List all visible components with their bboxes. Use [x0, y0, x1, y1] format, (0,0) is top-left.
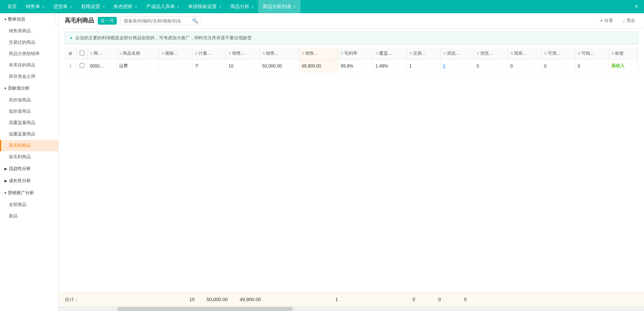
sidebar-item-low-value[interactable]: 低价值商品 — [0, 106, 58, 117]
row-saleable-stock: 0 — [575, 60, 609, 72]
nav-role-close[interactable]: × — [135, 4, 137, 9]
col-checkbox[interactable] — [76, 47, 87, 60]
footer-browse2 — [366, 295, 392, 304]
settings-icon: ⚙ — [68, 51, 72, 56]
top-navigation: 首页 销售单 × 进货单 × 权限设置 × 角色授权 × 产成品入库单 × 单据… — [0, 0, 644, 13]
search-icon[interactable]: 🔍 — [192, 18, 198, 23]
sidebar-item-all-products[interactable]: 全部商品 — [0, 199, 58, 210]
row-name: 运费 — [117, 60, 159, 72]
search-input[interactable] — [124, 18, 192, 23]
sidebar-item-sales-products[interactable]: 销售类商品 — [0, 25, 58, 37]
row-transaction: 1 — [407, 60, 440, 72]
nav-purchase-close[interactable]: × — [70, 4, 72, 9]
content-header: 高毛利商品 近一月 🔍 ↗ 分享 ↓ 导出 — [59, 13, 644, 29]
sidebar-item-in-stock[interactable]: 有库存的商品 — [0, 59, 58, 71]
row-num: 1 — [65, 60, 76, 72]
scrollbar-thumb[interactable] — [117, 307, 293, 311]
nav-sales-close[interactable]: × — [42, 4, 44, 9]
row-browse1[interactable]: 0 — [440, 60, 474, 72]
sidebar-item-category-rate[interactable]: 商品分类助销率 — [0, 48, 58, 59]
footer-browse1 — [340, 295, 366, 304]
nav-home[interactable]: 首页 — [3, 0, 21, 13]
sidebar-item-traded-products[interactable]: 交易过的商品 — [0, 37, 58, 48]
sidebar-item-low-margin[interactable]: 低毛利商品 — [0, 151, 58, 163]
sidebar-item-high-value[interactable]: 高价值商品 — [0, 94, 58, 106]
sidebar-section-growth[interactable]: ▶ 成长性分析 — [0, 175, 58, 187]
section-arrow-growth: ▶ — [4, 179, 7, 183]
sidebar-item-new-products[interactable]: 新品 — [0, 210, 58, 222]
row-gross-margin: 99.8% — [338, 60, 373, 72]
footer-coverage — [289, 295, 314, 304]
col-coverage: ⇅覆盖... — [373, 47, 407, 60]
col-settings[interactable]: ⚙ — [65, 47, 76, 60]
nav-template-close[interactable]: × — [219, 4, 221, 9]
sidebar-section-marketing[interactable]: ▾ 营销推广分析 — [0, 187, 58, 199]
sidebar-section-overall[interactable]: ▾ 整体信息 — [0, 13, 58, 25]
share-button[interactable]: ↗ 分享 — [596, 16, 616, 25]
row-tag: 高收入 — [609, 60, 638, 72]
row-sales-profit: 49,900.00 — [299, 60, 338, 72]
search-box[interactable]: 🔍 — [120, 17, 201, 25]
nav-product-in-close[interactable]: × — [177, 4, 179, 9]
content-area: 高毛利商品 近一月 🔍 ↗ 分享 ↓ 导出 ✦ 企业的主要的利润都是这部分商品创… — [59, 13, 644, 311]
section-arrow-marketing: ▾ — [4, 191, 6, 195]
footer-available-stock: 0 — [417, 295, 443, 304]
col-saleable-stock: ⇅可销... — [575, 47, 609, 60]
nav-product-in[interactable]: 产成品入库单 × — [142, 0, 184, 13]
footer-sales-qty: 10 — [175, 295, 197, 304]
nav-purchase[interactable]: 进货单 × — [49, 0, 76, 13]
sidebar-item-high-coverage[interactable]: 高覆盖量商品 — [0, 117, 58, 129]
row-code: 0000... — [87, 60, 117, 72]
col-spec: ⇅规格... — [159, 47, 193, 60]
col-gross-margin: ⇅毛利率 — [338, 47, 373, 60]
select-all-checkbox[interactable] — [80, 51, 84, 55]
col-sales-profit: ⇅销售... — [299, 47, 338, 60]
nav-permission-close[interactable]: × — [102, 4, 105, 9]
footer-sales-amount: 50,000.00 — [197, 295, 230, 304]
footer-sales-profit: 49,900.00 — [230, 295, 263, 304]
col-current-stock: ⇅现有... — [508, 47, 542, 60]
main-layout: 《 ▾ 整体信息 销售类商品 交易过的商品 商品分类助销率 有库存的商品 库存资… — [0, 13, 644, 311]
nav-product-analysis[interactable]: 商品分析 × — [226, 0, 258, 13]
row-browse2: 0 — [474, 60, 508, 72]
col-tag: ⇅标签 — [609, 47, 638, 60]
col-browse2: ⇅浏览... — [474, 47, 508, 60]
nav-close-all[interactable]: × — [632, 3, 641, 10]
nav-product-analysis-close[interactable]: × — [252, 4, 254, 9]
nav-product-analysis-list[interactable]: 商品分析列表 × — [258, 0, 300, 13]
time-filter-badge[interactable]: 近一月 — [98, 17, 117, 25]
col-name: ⇅商品名称 — [117, 47, 159, 60]
share-icon: ↗ — [599, 18, 603, 23]
row-checkbox-cell[interactable] — [76, 60, 87, 72]
nav-product-analysis-list-close[interactable]: × — [294, 4, 296, 9]
section-arrow-overall: ▾ — [4, 17, 6, 21]
col-code: ⇅商... — [87, 47, 117, 60]
footer-current-stock: 0 — [392, 295, 417, 304]
row-sales-qty: 10 — [226, 60, 260, 72]
sidebar-item-low-coverage[interactable]: 低覆盖量商品 — [0, 129, 58, 140]
table-row: 1 0000... 运费 个 10 50,000.00 49,900.00 99… — [65, 60, 638, 72]
table-container[interactable]: ⚙ ⇅商... ⇅商品名称 ⇅规格... ⇅计量... ⇅销售... ⇅销售..… — [59, 47, 644, 292]
horizontal-scrollbar[interactable] — [59, 307, 644, 311]
footer-gross-margin — [263, 295, 289, 304]
nav-permission[interactable]: 权限设置 × — [77, 0, 109, 13]
info-bar: ✦ 企业的主要的利润都是这部分商品创造的，可考虑加大推广，同时关注库存是不要出现… — [65, 32, 638, 44]
row-unit: 个 — [193, 60, 226, 72]
sidebar-section-contribution[interactable]: ▾ 贡献值分析 — [0, 82, 58, 94]
export-icon: ↓ — [623, 18, 625, 23]
row-spec — [159, 60, 193, 72]
row-checkbox[interactable] — [80, 63, 84, 68]
section-arrow-trend: ▶ — [4, 167, 7, 171]
nav-sales[interactable]: 销售单 × — [21, 0, 49, 13]
sidebar-item-stock-capital[interactable]: 库存资金占用 — [0, 71, 58, 82]
footer-total-bar: 合计： 10 50,000.00 49,900.00 1 0 0 0 — [59, 292, 644, 307]
sidebar-item-high-margin[interactable]: 高毛利商品 — [0, 140, 58, 151]
row-coverage: 1.49% — [373, 60, 407, 72]
sidebar-section-trend[interactable]: ▶ 流趋性分析 — [0, 163, 58, 175]
export-button[interactable]: ↓ 导出 — [620, 16, 638, 25]
nav-template[interactable]: 单据模板设置 × — [184, 0, 226, 13]
footer-saleable-stock: 0 — [443, 295, 469, 304]
nav-role[interactable]: 角色授权 × — [109, 0, 141, 13]
footer-transaction: 1 — [314, 295, 340, 304]
col-browse1: ⇅浏览... — [440, 47, 474, 60]
